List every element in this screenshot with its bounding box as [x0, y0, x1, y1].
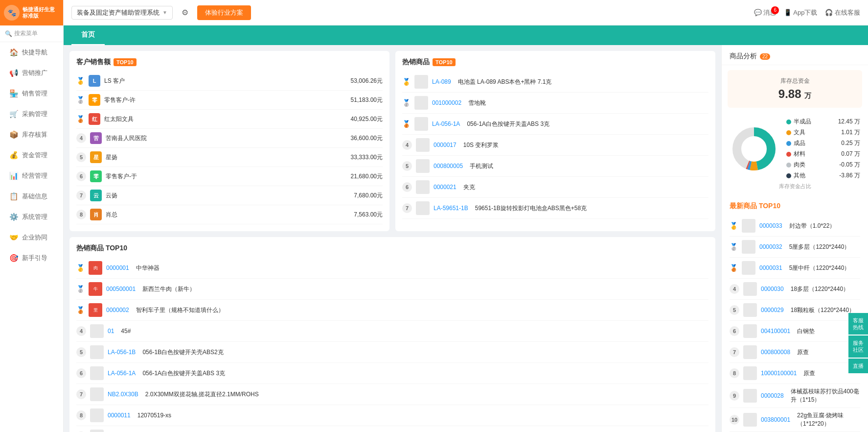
- medal-silver-icon: 🥈: [76, 96, 85, 104]
- sidebar-item-marketing[interactable]: 📢 营销推广: [0, 63, 63, 83]
- sidebar-item-inventory[interactable]: 📦 库存核算: [0, 124, 63, 145]
- product-item: 🥈 0000032 5厘多层（1220*2440）: [730, 237, 860, 258]
- rank-item: 🥉 红 红太阳文具 40,925.00元: [76, 110, 383, 129]
- logo-text: 畅捷通好生意 标准版: [23, 6, 55, 19]
- sidebar-item-basic[interactable]: 📋 基础信息: [0, 186, 63, 207]
- sidebar-item-sales[interactable]: 🏪 销售管理: [0, 83, 63, 104]
- sidebar-label-finance: 资金管理: [22, 151, 47, 160]
- medal-silver-icon: 🥈: [402, 99, 411, 107]
- product-thumbnail: [90, 408, 104, 422]
- sidebar-label-guide: 新手引导: [22, 254, 47, 263]
- floating-buttons: 客服热线 服务社区 直播: [848, 313, 868, 373]
- legend-item-other: 其他 -3.86 万: [786, 171, 860, 180]
- donut-wrap: 半成品 12.45 万 文具 1.01 万 成品 0.25 万: [730, 118, 860, 180]
- app-download-link[interactable]: 📱 App下载: [784, 8, 817, 17]
- avatar: 零: [90, 170, 102, 182]
- medal-gold-icon: 🥇: [730, 222, 738, 230]
- product-item: 6 LA-056-1A 056-1A白色按键开关盖ABS 3克: [76, 363, 708, 384]
- customer-rank-card: 客户销售额 TOP10 🥇 L LS 客户 53,006.26元 🥈 零: [69, 51, 389, 231]
- medal-silver-icon: 🥈: [730, 243, 738, 251]
- sidebar-item-home[interactable]: 🏠 快捷导航: [0, 42, 63, 63]
- product-item: 10 003800001 22g鱼豆腐·烧烤味（1*12*20）: [730, 408, 860, 432]
- medal-gold-icon: 🥇: [402, 78, 411, 86]
- product-thumbnail: 牛: [89, 282, 102, 296]
- legend-item-material: 材料 0.07 万: [786, 150, 860, 158]
- service-community-btn[interactable]: 服务社区: [848, 336, 868, 358]
- operations-icon: 📊: [9, 171, 18, 180]
- customer-rank-title: 客户销售额 TOP10: [76, 58, 383, 67]
- product-thumbnail: [743, 345, 757, 359]
- avatar: 苦: [90, 132, 102, 144]
- product-item: 🥉 0000031 5厘中纤（1220*2440）: [730, 258, 860, 279]
- sidebar-item-operations[interactable]: 📊 经营管理: [0, 166, 63, 186]
- product-item: 4 0000017 10S 变利罗浆: [402, 135, 708, 156]
- avatar: 星: [90, 151, 102, 163]
- live-btn[interactable]: 直播: [848, 359, 868, 373]
- legend-dot: [786, 163, 791, 168]
- product-item: 4 01 45#: [76, 321, 708, 342]
- page-content: 客户销售额 TOP10 🥇 L LS 客户 53,006.26元 🥈 零: [64, 45, 868, 432]
- messages-count: 6: [771, 6, 779, 14]
- rank-item: 8 肖 肖总 7,563.00元: [76, 205, 383, 224]
- right-panel: 商品分析 22 库存总资金 9.88 万: [721, 45, 868, 432]
- search-icon: 🔍: [5, 30, 12, 37]
- customer-hotline-btn[interactable]: 客服热线: [848, 313, 868, 335]
- product-item: 🥇 0000033 封边带（1.0*22）: [730, 216, 860, 237]
- sidebar-item-purchase[interactable]: 🛒 采购管理: [0, 104, 63, 124]
- search-menu[interactable]: 🔍 搜索菜单: [0, 25, 63, 42]
- system-name-text: 装备及固定资产辅助管理系统: [77, 8, 160, 17]
- tab-home[interactable]: 首页: [71, 25, 105, 45]
- inventory-total-label: 库存总资金: [735, 77, 854, 85]
- messages-badge[interactable]: 💬 消息 6: [754, 8, 777, 17]
- sidebar-label-home: 快捷导航: [22, 48, 47, 57]
- legend-dot: [786, 152, 791, 157]
- inventory-count-badge: 22: [760, 53, 770, 60]
- product-thumbnail: [743, 389, 757, 403]
- medal-bronze-icon: 🥉: [730, 264, 738, 272]
- product-item: 🥉 里 0000002 智利车子里（规格不知道填什么）: [76, 300, 708, 321]
- product-item: 7 000800008 原查: [730, 342, 860, 363]
- main-area: 装备及固定资产辅助管理系统 ▼ ⚙ 体验行业方案 💬 消息 6 📱 App下载 …: [64, 0, 868, 432]
- system-icon: ⚙️: [9, 213, 18, 221]
- settings-button[interactable]: ⚙: [178, 5, 192, 20]
- sidebar-label-operations: 经营管理: [22, 171, 47, 180]
- product-item: 9 0000028 体械荔枝味苏打饮品400毫升（1*15）: [730, 384, 860, 408]
- sidebar-label-marketing: 营销推广: [22, 69, 47, 77]
- rank-item: 🥈 零 零售客户-许 51,183.00元: [76, 91, 383, 110]
- logo-icon: 🐾: [4, 5, 20, 21]
- customer-service-link[interactable]: 🎧 在线客服: [825, 8, 860, 17]
- product-item: 🥈 001000002 雪地靴: [402, 93, 708, 114]
- sidebar-item-system[interactable]: ⚙️ 系统管理: [0, 207, 63, 227]
- product-thumbnail: [416, 159, 430, 173]
- sidebar-item-finance[interactable]: 💰 资金管理: [0, 145, 63, 166]
- medal-bronze-icon: 🥉: [76, 115, 85, 123]
- product-item: 5 0000029 18颗粒板（1220*2440）: [730, 300, 860, 321]
- top-rank-section: 客户销售额 TOP10 🥇 L LS 客户 53,006.26元 🥈 零: [69, 51, 715, 231]
- product-item: 🥇 肉 0000001 中华神器: [76, 258, 708, 279]
- product-thumbnail: [742, 240, 755, 254]
- new-products-list: 🥇 0000033 封边带（1.0*22） 🥈 0000032 5厘多层（122…: [730, 216, 860, 432]
- inventory-total-section: 库存总资金 9.88 万: [728, 70, 862, 108]
- content-left: 客户销售额 TOP10 🥇 L LS 客户 53,006.26元 🥈 零: [64, 45, 721, 432]
- product-item: 8 0000011 12070519-xs: [76, 405, 708, 426]
- product-thumbnail: [414, 117, 428, 131]
- inventory-total-value: 9.88 万: [735, 87, 854, 101]
- sidebar-label-purchase: 采购管理: [22, 110, 47, 119]
- sidebar-item-collab[interactable]: 🤝 企业协同: [0, 227, 63, 248]
- legend-item-stationery: 文具 1.01 万: [786, 128, 860, 137]
- sidebar-label-collab: 企业协同: [22, 233, 47, 242]
- rank-item: 6 零 零售客户-于 21,680.00元: [76, 167, 383, 186]
- medal-gold-icon: 🥇: [76, 264, 85, 272]
- trial-button[interactable]: 体验行业方案: [197, 5, 251, 20]
- sidebar-item-guide[interactable]: 🎯 新手引导: [0, 248, 63, 268]
- system-selector[interactable]: 装备及固定资产辅助管理系统 ▼: [71, 6, 173, 20]
- product-item: 8 10000100001 原查: [730, 363, 860, 384]
- product-thumbnail: [743, 303, 757, 317]
- svg-point-5: [744, 139, 764, 159]
- sidebar: 🐾 畅捷通好生意 标准版 🔍 搜索菜单 🏠 快捷导航 📢 营销推广 🏪 销售管理…: [0, 0, 64, 432]
- chevron-down-icon: ▼: [162, 10, 167, 15]
- avatar: L: [89, 75, 100, 87]
- guide-icon: 🎯: [9, 254, 18, 263]
- customer-rank-list: 🥇 L LS 客户 53,006.26元 🥈 零 零售客户-许 51,183.0…: [76, 72, 383, 224]
- medal-silver-icon: 🥈: [76, 285, 85, 293]
